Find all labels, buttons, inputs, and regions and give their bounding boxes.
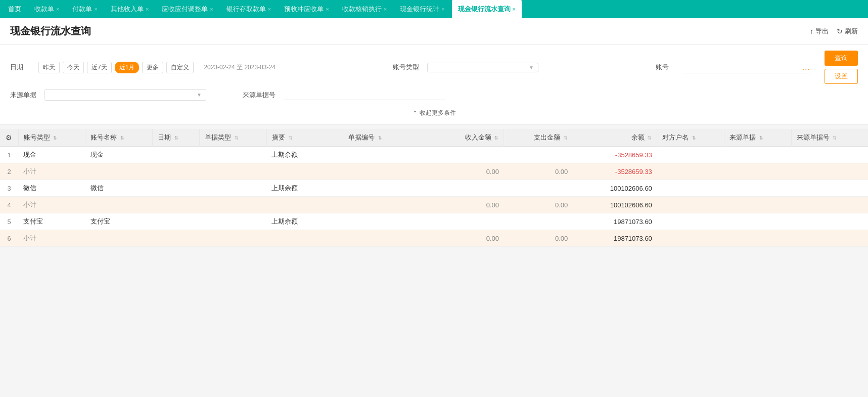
refresh-icon: ↻ bbox=[837, 27, 843, 35]
cell-summary bbox=[266, 163, 343, 180]
date-today[interactable]: 今天 bbox=[63, 62, 84, 73]
date-more[interactable]: 更多 bbox=[142, 62, 163, 73]
th-source-doc[interactable]: 来源单据 ⇅ bbox=[724, 129, 792, 147]
cell-doc-type bbox=[200, 197, 267, 213]
cell-source-doc bbox=[724, 213, 792, 230]
cell-account-name: 微信 bbox=[85, 180, 153, 197]
date-yesterday[interactable]: 昨天 bbox=[38, 62, 60, 73]
th-gear[interactable]: ⚙ bbox=[0, 129, 18, 147]
close-icon-8[interactable]: × bbox=[513, 6, 516, 12]
date-7days[interactable]: 近7天 bbox=[87, 62, 112, 73]
close-icon-3[interactable]: × bbox=[210, 6, 213, 12]
close-icon-5[interactable]: × bbox=[326, 6, 329, 12]
cell-doc-no bbox=[343, 147, 435, 163]
cell-doc-type bbox=[200, 180, 267, 197]
cell-num: 1 bbox=[0, 147, 18, 163]
close-icon-2[interactable]: × bbox=[146, 6, 149, 12]
cell-balance: 100102606.60 bbox=[573, 180, 657, 197]
sort-icon-3: ⇅ bbox=[174, 136, 178, 141]
nav-tab-3[interactable]: 应收应付调整单 × bbox=[156, 0, 219, 18]
sort-icon-7: ⇅ bbox=[494, 136, 498, 141]
th-source-doc-no[interactable]: 来源单据号 ⇅ bbox=[791, 129, 868, 147]
collapse-icon: ⌃ bbox=[413, 110, 418, 117]
account-dots[interactable]: ... bbox=[802, 63, 810, 72]
cell-expense bbox=[504, 147, 573, 163]
cell-source-doc-no bbox=[791, 230, 868, 247]
date-options: 昨天 今天 近7天 近1月 更多 自定义 bbox=[38, 62, 194, 73]
cell-doc-type bbox=[200, 147, 267, 163]
account-type-select[interactable]: ▼ bbox=[427, 63, 538, 72]
cell-doc-type bbox=[200, 163, 267, 180]
query-button[interactable]: 查询 bbox=[825, 51, 858, 66]
source-doc-num-input[interactable] bbox=[284, 90, 445, 100]
nav-tab-0[interactable]: 收款单 × bbox=[28, 0, 65, 18]
cell-summary: 上期余额 bbox=[266, 147, 343, 163]
export-icon: ↑ bbox=[810, 27, 813, 35]
cell-source-doc-no bbox=[791, 197, 868, 213]
date-1month[interactable]: 近1月 bbox=[115, 62, 140, 73]
sort-icon-2: ⇅ bbox=[120, 136, 124, 141]
th-date[interactable]: 日期 ⇅ bbox=[152, 129, 199, 147]
close-icon-6[interactable]: × bbox=[384, 6, 387, 12]
cell-source-doc bbox=[724, 180, 792, 197]
collapse-bar[interactable]: ⌃ 收起更多条件 bbox=[10, 106, 858, 118]
page-header: 现金银行流水查询 ↑ 导出 ↻ 刷新 bbox=[0, 18, 868, 45]
cell-summary bbox=[266, 197, 343, 213]
cell-num: 5 bbox=[0, 213, 18, 230]
cell-income bbox=[435, 147, 504, 163]
settings-button[interactable]: 设置 bbox=[825, 69, 858, 84]
nav-tab-4[interactable]: 银行存取款单 × bbox=[220, 0, 277, 18]
th-doc-type[interactable]: 单据类型 ⇅ bbox=[200, 129, 267, 147]
date-label: 日期 bbox=[10, 63, 30, 72]
refresh-button[interactable]: ↻ 刷新 bbox=[837, 27, 858, 36]
cell-account-name bbox=[85, 197, 153, 213]
close-icon-4[interactable]: × bbox=[268, 6, 271, 12]
nav-tab-5[interactable]: 预收冲应收单 × bbox=[278, 0, 335, 18]
th-account-name[interactable]: 账号名称 ⇅ bbox=[85, 129, 153, 147]
nav-tab-6[interactable]: 收款核销执行 × bbox=[336, 0, 393, 18]
th-doc-no[interactable]: 单据编号 ⇅ bbox=[343, 129, 435, 147]
sort-icon-9: ⇅ bbox=[648, 136, 652, 141]
nav-tab-7[interactable]: 现金银行统计 × bbox=[394, 0, 450, 18]
sort-icon-10: ⇅ bbox=[692, 136, 696, 141]
table-row: 1 现金 现金 上期余额 -3528659.33 bbox=[0, 147, 868, 163]
nav-home[interactable]: 首页 bbox=[2, 5, 27, 14]
nav-tab-2[interactable]: 其他收入单 × bbox=[105, 0, 155, 18]
cell-num: 6 bbox=[0, 230, 18, 247]
th-account-type[interactable]: 账号类型 ⇅ bbox=[18, 129, 85, 147]
cell-account-name: 现金 bbox=[85, 147, 153, 163]
cell-expense bbox=[504, 213, 573, 230]
account-input: ... bbox=[684, 62, 810, 73]
cell-source-doc bbox=[724, 230, 792, 247]
gear-icon: ⚙ bbox=[6, 134, 12, 142]
close-icon-7[interactable]: × bbox=[441, 6, 444, 12]
cell-income: 0.00 bbox=[435, 163, 504, 180]
cell-doc-no bbox=[343, 213, 435, 230]
cell-source-doc bbox=[724, 197, 792, 213]
th-balance[interactable]: 余额 ⇅ bbox=[573, 129, 657, 147]
source-doc-select[interactable]: ▼ bbox=[44, 89, 206, 101]
nav-tab-1[interactable]: 付款单 × bbox=[66, 0, 103, 18]
sort-icon-8: ⇅ bbox=[564, 136, 568, 141]
export-button[interactable]: ↑ 导出 bbox=[810, 27, 829, 36]
close-icon-0[interactable]: × bbox=[56, 6, 59, 12]
chevron-down-icon-2: ▼ bbox=[197, 92, 202, 98]
cell-account-type: 现金 bbox=[18, 147, 85, 163]
th-income[interactable]: 收入金额 ⇅ bbox=[435, 129, 504, 147]
close-icon-1[interactable]: × bbox=[94, 6, 97, 12]
th-expense[interactable]: 支出金额 ⇅ bbox=[504, 129, 573, 147]
top-nav: 首页 收款单 × 付款单 × 其他收入单 × 应收应付调整单 × 银行存取款单 … bbox=[0, 0, 868, 18]
th-counter-party[interactable]: 对方户名 ⇅ bbox=[657, 129, 724, 147]
cell-doc-type bbox=[200, 230, 267, 247]
cell-income bbox=[435, 213, 504, 230]
nav-tab-8[interactable]: 现金银行流水查询 × bbox=[452, 0, 522, 18]
cell-balance: 19871073.60 bbox=[573, 230, 657, 247]
date-custom[interactable]: 自定义 bbox=[166, 62, 194, 73]
cell-source-doc-no bbox=[791, 213, 868, 230]
cell-date bbox=[152, 213, 199, 230]
th-summary[interactable]: 摘要 ⇅ bbox=[266, 129, 343, 147]
cell-summary: 上期余额 bbox=[266, 213, 343, 230]
table-row: 3 微信 微信 上期余额 100102606.60 bbox=[0, 180, 868, 197]
cell-balance: -3528659.33 bbox=[573, 163, 657, 180]
sort-icon-12: ⇅ bbox=[833, 136, 837, 141]
